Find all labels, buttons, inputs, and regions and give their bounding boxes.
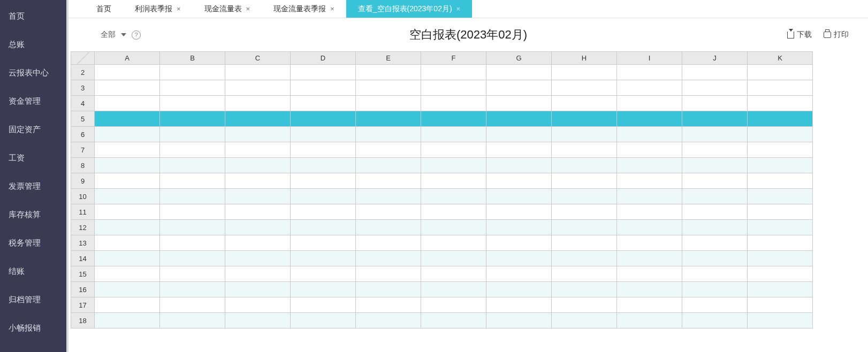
cell-F15[interactable] bbox=[421, 266, 486, 282]
column-header-C[interactable]: C bbox=[225, 52, 291, 65]
row-header-5[interactable]: 5 bbox=[71, 111, 95, 127]
cell-J8[interactable] bbox=[682, 158, 748, 173]
cell-H5[interactable] bbox=[552, 111, 617, 127]
cell-B14[interactable] bbox=[160, 251, 225, 266]
help-icon[interactable]: ? bbox=[132, 30, 141, 40]
cell-E5[interactable] bbox=[356, 111, 421, 127]
cell-J10[interactable] bbox=[682, 189, 748, 204]
cell-G10[interactable] bbox=[486, 189, 552, 204]
cell-K9[interactable] bbox=[748, 173, 813, 189]
cell-E13[interactable] bbox=[356, 235, 421, 251]
cell-F14[interactable] bbox=[421, 251, 486, 266]
cell-A3[interactable] bbox=[95, 80, 160, 96]
cell-E6[interactable] bbox=[356, 127, 421, 142]
cell-F4[interactable] bbox=[421, 96, 486, 111]
cell-C8[interactable] bbox=[225, 158, 291, 173]
cell-I10[interactable] bbox=[617, 189, 682, 204]
cell-F6[interactable] bbox=[421, 127, 486, 142]
cell-A10[interactable] bbox=[95, 189, 160, 204]
cell-H17[interactable] bbox=[552, 297, 617, 313]
cell-D12[interactable] bbox=[291, 220, 356, 235]
cell-B2[interactable] bbox=[160, 65, 225, 80]
cell-E15[interactable] bbox=[356, 266, 421, 282]
cell-K11[interactable] bbox=[748, 204, 813, 220]
row-header-10[interactable]: 10 bbox=[71, 189, 95, 204]
cell-I18[interactable] bbox=[617, 313, 682, 328]
cell-E8[interactable] bbox=[356, 158, 421, 173]
cell-E7[interactable] bbox=[356, 142, 421, 158]
cell-H15[interactable] bbox=[552, 266, 617, 282]
cell-H4[interactable] bbox=[552, 96, 617, 111]
column-header-D[interactable]: D bbox=[291, 52, 356, 65]
cell-C11[interactable] bbox=[225, 204, 291, 220]
row-header-7[interactable]: 7 bbox=[71, 142, 95, 158]
cell-A2[interactable] bbox=[95, 65, 160, 80]
cell-I5[interactable] bbox=[617, 111, 682, 127]
cell-E11[interactable] bbox=[356, 204, 421, 220]
cell-B17[interactable] bbox=[160, 297, 225, 313]
cell-A11[interactable] bbox=[95, 204, 160, 220]
cell-C4[interactable] bbox=[225, 96, 291, 111]
cell-F3[interactable] bbox=[421, 80, 486, 96]
row-header-15[interactable]: 15 bbox=[71, 266, 95, 282]
cell-D18[interactable] bbox=[291, 313, 356, 328]
cell-F8[interactable] bbox=[421, 158, 486, 173]
cell-G9[interactable] bbox=[486, 173, 552, 189]
column-header-K[interactable]: K bbox=[748, 52, 813, 65]
tab-4[interactable]: 查看_空白报表(2023年02月)× bbox=[346, 0, 472, 18]
cell-G17[interactable] bbox=[486, 297, 552, 313]
cell-H13[interactable] bbox=[552, 235, 617, 251]
cell-A4[interactable] bbox=[95, 96, 160, 111]
cell-I13[interactable] bbox=[617, 235, 682, 251]
cell-B6[interactable] bbox=[160, 127, 225, 142]
cell-B7[interactable] bbox=[160, 142, 225, 158]
cell-B10[interactable] bbox=[160, 189, 225, 204]
cell-D2[interactable] bbox=[291, 65, 356, 80]
cell-A9[interactable] bbox=[95, 173, 160, 189]
cell-K18[interactable] bbox=[748, 313, 813, 328]
cell-G8[interactable] bbox=[486, 158, 552, 173]
cell-A13[interactable] bbox=[95, 235, 160, 251]
sidebar-item-10[interactable]: 归档管理 bbox=[0, 286, 66, 314]
row-header-13[interactable]: 13 bbox=[71, 235, 95, 251]
cell-C5[interactable] bbox=[225, 111, 291, 127]
cell-K15[interactable] bbox=[748, 266, 813, 282]
filter-dropdown[interactable]: 全部 ? bbox=[101, 30, 141, 40]
close-icon[interactable]: × bbox=[330, 5, 334, 13]
cell-K16[interactable] bbox=[748, 282, 813, 297]
cell-J18[interactable] bbox=[682, 313, 748, 328]
cell-C18[interactable] bbox=[225, 313, 291, 328]
spreadsheet-container[interactable]: ABCDEFGHIJK 23456789101112131415161718 bbox=[68, 51, 868, 352]
cell-H10[interactable] bbox=[552, 189, 617, 204]
cell-D6[interactable] bbox=[291, 127, 356, 142]
cell-K2[interactable] bbox=[748, 65, 813, 80]
cell-C10[interactable] bbox=[225, 189, 291, 204]
cell-E14[interactable] bbox=[356, 251, 421, 266]
cell-A14[interactable] bbox=[95, 251, 160, 266]
cell-D4[interactable] bbox=[291, 96, 356, 111]
cell-I12[interactable] bbox=[617, 220, 682, 235]
cell-J13[interactable] bbox=[682, 235, 748, 251]
close-icon[interactable]: × bbox=[246, 5, 250, 13]
cell-C9[interactable] bbox=[225, 173, 291, 189]
cell-B4[interactable] bbox=[160, 96, 225, 111]
cell-H14[interactable] bbox=[552, 251, 617, 266]
cell-A18[interactable] bbox=[95, 313, 160, 328]
cell-D14[interactable] bbox=[291, 251, 356, 266]
sidebar-item-6[interactable]: 发票管理 bbox=[0, 172, 66, 201]
cell-G15[interactable] bbox=[486, 266, 552, 282]
cell-J7[interactable] bbox=[682, 142, 748, 158]
cell-K12[interactable] bbox=[748, 220, 813, 235]
cell-I3[interactable] bbox=[617, 80, 682, 96]
tab-1[interactable]: 利润表季报× bbox=[123, 0, 193, 18]
cell-J16[interactable] bbox=[682, 282, 748, 297]
cell-K5[interactable] bbox=[748, 111, 813, 127]
cell-G16[interactable] bbox=[486, 282, 552, 297]
cell-D5[interactable] bbox=[291, 111, 356, 127]
cell-C14[interactable] bbox=[225, 251, 291, 266]
cell-E2[interactable] bbox=[356, 65, 421, 80]
cell-K4[interactable] bbox=[748, 96, 813, 111]
column-header-I[interactable]: I bbox=[617, 52, 682, 65]
cell-F9[interactable] bbox=[421, 173, 486, 189]
cell-G13[interactable] bbox=[486, 235, 552, 251]
